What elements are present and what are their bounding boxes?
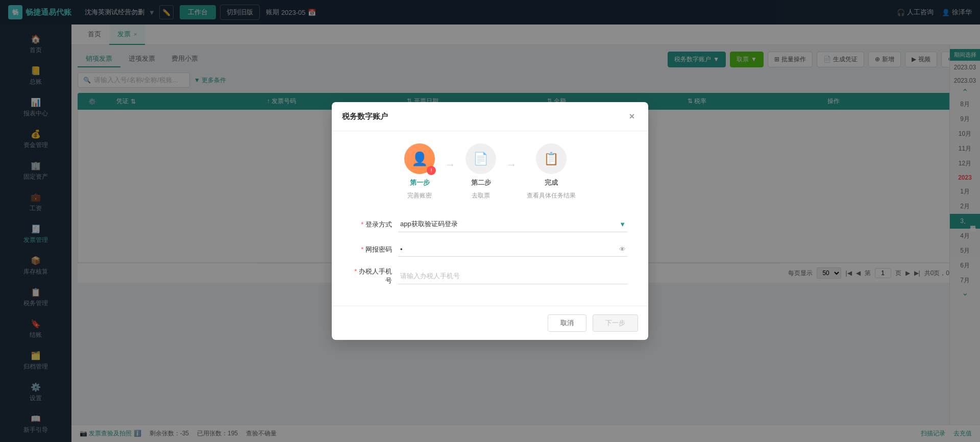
required-mark-3: * [354,267,359,275]
arrow-2-3: → [506,159,517,170]
step-3-icon: 📋 [536,143,567,174]
password-label-text: 网报密码 [365,245,392,253]
step-2-sublabel: 去取票 [472,191,490,200]
eye-icon[interactable]: 👁 [619,245,626,253]
modal-body: 👤 ! 第一步 完善账密 → 📄 第二步 去取票 → [332,131,648,306]
modal-title: 税务数字账户 [342,112,388,121]
login-method-label: * 登录方式 [352,220,398,229]
phone-label-text: 办税人手机号 [359,267,392,284]
step-2-label: 第二步 [471,178,491,187]
arrow-1-2: → [445,159,455,170]
modal: 税务数字账户 × 👤 ! 第一步 完善账密 → [332,102,648,340]
password-value: • [400,245,403,253]
phone-label: * 办税人手机号 [352,267,398,285]
required-mark-2: * [361,245,365,253]
steps-indicator: 👤 ! 第一步 完善账密 → 📄 第二步 去取票 → [352,143,628,200]
modal-footer: 取消 下一步 [332,306,648,340]
step-1: 👤 ! 第一步 完善账密 [404,143,435,200]
step-1-label: 第一步 [410,178,430,187]
step-1-icon: 👤 ! [404,143,435,174]
step-3-sublabel: 查看具体任务结果 [527,191,576,200]
step-1-sublabel: 完善账密 [407,191,432,200]
required-mark: * [361,220,365,228]
step-1-avatar-icon: 👤 [411,151,428,167]
step-1-error-badge: ! [427,166,436,175]
step-2-doc-icon: 📄 [473,152,488,166]
login-dropdown-icon: ▼ [619,220,626,228]
cancel-button[interactable]: 取消 [548,314,586,332]
phone-row: * 办税人手机号 请输入办税人手机号 [352,267,628,285]
step-3-clipboard-icon: 📋 [544,152,559,166]
phone-placeholder: 请输入办税人手机号 [400,272,460,281]
login-method-row: * 登录方式 app获取验证码登录 ▼ [352,216,628,232]
phone-input-field[interactable]: 请输入办税人手机号 [398,268,628,284]
password-row: * 网报密码 • 👁 [352,242,628,257]
step-2: 📄 第二步 去取票 [465,143,496,200]
password-label: * 网报密码 [352,245,398,254]
modal-header: 税务数字账户 × [332,102,648,131]
step-2-icon: 📄 [465,143,496,174]
modal-overlay: 税务数字账户 × 👤 ! 第一步 完善账密 → [0,0,980,442]
step-3: 📋 完成 查看具体任务结果 [527,143,576,200]
next-button[interactable]: 下一步 [593,314,638,332]
password-field[interactable]: • 👁 [398,242,628,257]
login-method-value: app获取验证码登录 [400,219,458,229]
login-method-label-text: 登录方式 [365,220,392,228]
login-method-select[interactable]: app获取验证码登录 ▼ [398,216,628,232]
step-3-label: 完成 [545,178,558,187]
modal-close-button[interactable]: × [626,110,638,122]
